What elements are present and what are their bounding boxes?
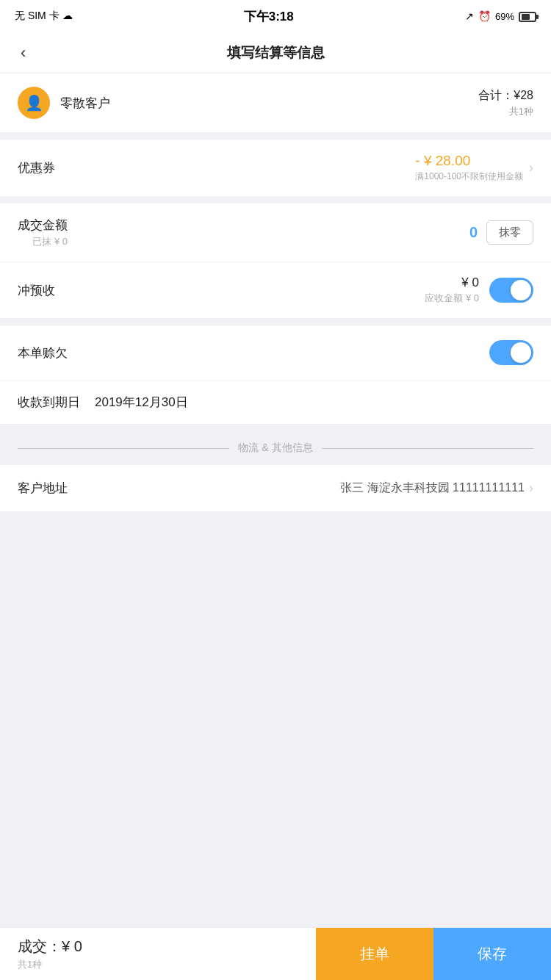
coupon-section[interactable]: 优惠券 - ¥ 28.00 满1000-100不限制使用金额 › [0,140,551,196]
prepay-label: 冲预收 [18,282,55,299]
bottom-deal-value: ¥ 0 [62,938,82,954]
customer-section: 👤 零散客户 合计：¥28 共1种 [0,73,551,132]
nav-bar: ‹ 填写结算等信息 [0,32,551,73]
address-label: 客户地址 [18,480,68,497]
address-value: 张三 海淀永丰科技园 11111111111 [340,480,525,496]
toggle-knob [511,280,531,300]
status-bar: 无 SIM 卡 ☁ 下午3:18 ↗ ⏰ 69% [0,0,551,32]
coupon-label: 优惠券 [18,159,55,176]
coupon-amount: - ¥ 28.00 [415,153,523,169]
back-button[interactable]: ‹ [15,37,32,68]
address-right: 张三 海淀永丰科技园 11111111111 › [340,480,533,496]
owe-label: 本单赊欠 [18,345,68,361]
duedate-row: 收款到期日 2019年12月30日 [0,380,551,424]
sim-label: 无 SIM 卡 ☁ [15,10,73,23]
address-row[interactable]: 客户地址 张三 海淀永丰科技园 11111111111 › [0,465,551,511]
customer-left: 👤 零散客户 [18,87,110,119]
prepay-amount: ¥ 0 [425,275,479,290]
bottom-count: 共1种 [18,958,298,971]
middle-section: 成交金额 已抹 ¥ 0 0 抹零 冲预收 ¥ 0 应收金额 ¥ 0 [0,203,551,318]
empty-space [0,511,551,658]
bottom-bar: 成交：¥ 0 共1种 挂单 保存 [0,927,551,980]
battery-label: 69% [495,11,514,22]
transaction-value: 0 [469,224,478,241]
customer-name: 零散客户 [60,95,110,112]
battery-icon [519,11,536,22]
owe-toggle-knob [511,342,531,363]
transaction-label: 成交金额 [18,217,68,234]
save-button[interactable]: 保存 [433,928,551,981]
chevron-right-icon: › [529,160,533,176]
address-chevron-icon: › [529,480,533,496]
round-button[interactable]: 抹零 [486,220,533,245]
bottom-deal-row: 成交：¥ 0 [18,937,298,956]
already-rounded: 已抹 ¥ 0 [18,235,68,248]
avatar-icon: 👤 [25,94,43,112]
transaction-right: 0 抹零 [469,220,533,245]
duedate-value: 2019年12月30日 [95,394,188,411]
bottom-deal-prefix: 成交： [18,938,62,954]
bottom-left: 成交：¥ 0 共1种 [0,937,316,971]
divider-line-right [322,448,533,449]
coupon-desc: 满1000-100不限制使用金额 [415,170,523,183]
logistics-divider: 物流 & 其他信息 [0,431,551,465]
customer-total: 合计：¥28 [478,88,533,104]
prepay-toggle[interactable] [489,278,533,303]
status-time: 下午3:18 [244,8,294,25]
customer-count: 共1种 [478,105,533,118]
owe-section: 本单赊欠 收款到期日 2019年12月30日 [0,325,551,424]
customer-right: 合计：¥28 共1种 [478,88,533,118]
alarm-icon: ⏰ [478,10,491,22]
receivable-label: 应收金额 ¥ 0 [425,292,479,305]
address-section: 客户地址 张三 海淀永丰科技园 11111111111 › [0,465,551,511]
status-left: 无 SIM 卡 ☁ [15,10,73,23]
owe-row: 本单赊欠 [0,325,551,380]
hold-button[interactable]: 挂单 [316,928,433,981]
location-icon: ↗ [465,10,474,22]
logistics-label: 物流 & 其他信息 [238,442,312,455]
transaction-row: 成交金额 已抹 ¥ 0 0 抹零 [0,203,551,262]
duedate-label: 收款到期日 [18,394,80,411]
customer-avatar: 👤 [18,87,50,119]
prepay-row: 冲预收 ¥ 0 应收金额 ¥ 0 [0,262,551,318]
prepay-right: ¥ 0 应收金额 ¥ 0 [425,275,479,305]
status-right: ↗ ⏰ 69% [465,10,536,22]
owe-toggle[interactable] [489,340,533,365]
page-title: 填写结算等信息 [227,43,325,62]
divider-line-left [18,448,229,449]
